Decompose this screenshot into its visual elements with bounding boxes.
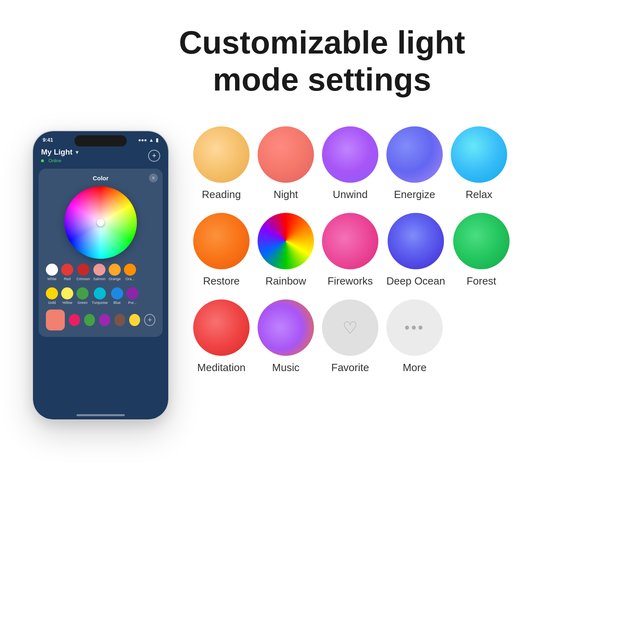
mode-fireworks-label: Fireworks [328,275,373,287]
mode-forest-circle [453,213,510,269]
online-status: Online [41,157,80,164]
color-panel-title: Color [52,175,149,182]
swatch-orange2[interactable]: Ora... [124,264,136,281]
mode-music-label: Music [272,361,299,374]
add-color-button[interactable]: + [144,314,155,326]
phone-time: 9:41 [43,137,53,143]
mode-fireworks-circle [322,213,378,269]
mode-relax-circle [451,126,507,183]
mode-music-circle [258,299,314,356]
swatch-salmon[interactable]: Salmon [93,264,106,281]
swatch-turquoise[interactable]: Turquoise [92,287,108,305]
mode-forest-label: Forest [466,275,496,287]
mode-favorite-circle: ♡ [322,299,378,356]
swatch-purple-circle [126,287,138,299]
swatch-blue[interactable]: Blue [111,287,123,305]
add-device-button[interactable]: + [148,150,160,162]
mode-night[interactable]: Night [258,126,314,201]
mode-meditation[interactable]: Meditation [193,299,250,374]
color-wheel-container[interactable] [43,186,158,259]
swatches-row-2: Gold Yellow Green Turquoise [43,286,158,306]
swatch-orange[interactable]: Orange [109,264,121,281]
online-label: Online [47,158,61,163]
mode-meditation-label: Meditation [197,361,246,374]
wifi-icon: ▲ [149,137,154,143]
modes-row-1: Reading Night Unwind Energize Relax [193,126,612,201]
battery-icon: ▮ [156,137,159,143]
custom-color-2[interactable] [84,314,95,326]
mode-energize-label: Energize [394,188,436,201]
swatch-orange2-circle [124,264,136,276]
swatch-gold[interactable]: Gold [46,287,58,305]
mode-favorite-label: Favorite [331,361,369,374]
custom-color-1[interactable] [69,314,80,326]
signal-icon: ●●● [138,137,147,143]
phone-mockup: 9:41 ●●● ▲ ▮ My Light ▼ [32,130,169,420]
swatch-crimson-label: Crimson [76,277,90,281]
mode-restore-circle [193,213,250,269]
swatch-yellow[interactable]: Yellow [61,287,73,305]
swatch-blue-circle [111,287,123,299]
swatch-red[interactable]: Red [61,264,73,281]
swatch-gold-label: Gold [48,301,56,305]
swatch-green[interactable]: Green [76,287,89,305]
mode-reading[interactable]: Reading [193,126,250,201]
mode-deep-ocean[interactable]: Deep Ocean [386,213,445,287]
mode-reading-label: Reading [202,188,241,201]
modes-row-2: Restore Rainbow Fireworks Deep Ocean For… [193,213,612,287]
app-header: My Light ▼ Online + [33,144,168,166]
color-wheel[interactable] [64,186,137,259]
swatch-red-label: Red [64,277,71,281]
swatch-crimson[interactable]: Crimson [76,264,90,281]
mode-fireworks[interactable]: Fireworks [322,213,378,287]
color-wheel-cursor [97,219,104,226]
swatch-turquoise-circle [94,287,106,299]
mode-deep-ocean-label: Deep Ocean [386,275,445,287]
mode-music[interactable]: Music [258,299,314,374]
swatch-orange-label: Orange [109,277,121,281]
mode-rainbow[interactable]: Rainbow [258,213,314,287]
mode-deep-ocean-circle [388,213,444,269]
swatch-blue-label: Blue [114,301,121,305]
custom-color-5[interactable] [129,314,140,326]
custom-color-3[interactable] [99,314,110,326]
color-panel-header: Color × [43,173,158,182]
mode-favorite[interactable]: ♡ Favorite [322,299,378,374]
swatch-purple-label: Pur... [128,301,136,305]
mode-unwind[interactable]: Unwind [322,126,378,201]
swatch-yellow-circle [61,287,73,299]
status-icons: ●●● ▲ ▮ [138,137,159,143]
active-color-box[interactable] [46,310,65,330]
mode-unwind-circle [322,126,378,183]
color-panel: Color × White [39,169,163,337]
mode-energize[interactable]: Energize [386,126,443,201]
swatch-white-circle [46,264,58,276]
mode-reading-circle [193,126,250,183]
swatch-orange2-label: Ora... [126,277,135,281]
custom-color-4[interactable] [114,314,125,326]
mode-unwind-label: Unwind [333,188,368,201]
modes-row-3: Meditation Music ♡ Favorite ••• More [193,299,612,374]
mode-relax[interactable]: Relax [451,126,507,201]
swatch-white-label: White [47,277,56,281]
phone-screen: 9:41 ●●● ▲ ▮ My Light ▼ [33,131,168,419]
custom-colors-row: + [43,308,158,332]
more-dots-icon: ••• [405,319,425,336]
swatch-turquoise-label: Turquoise [92,301,108,305]
swatch-white[interactable]: White [46,264,58,281]
mode-energize-circle [386,126,443,183]
swatches-row-1: White Red Crimson Salmon [43,262,158,283]
swatch-green-label: Green [77,301,87,305]
mode-night-circle [258,126,314,183]
close-color-panel-button[interactable]: × [149,173,158,182]
mode-forest[interactable]: Forest [453,213,510,287]
swatch-orange-circle [109,264,121,276]
mode-restore[interactable]: Restore [193,213,250,287]
mode-restore-label: Restore [203,275,239,287]
heart-icon: ♡ [343,318,358,338]
swatch-salmon-label: Salmon [93,277,106,281]
swatch-gold-circle [46,287,58,299]
mode-night-label: Night [274,188,298,201]
swatch-purple[interactable]: Pur... [126,287,138,305]
mode-more[interactable]: ••• More [386,299,443,374]
